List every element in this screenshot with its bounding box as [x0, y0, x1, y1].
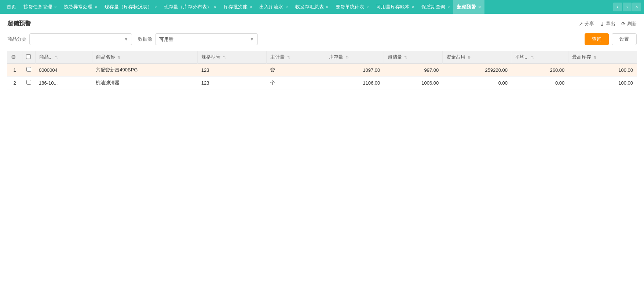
nav-item-expiry[interactable]: 保质期查询 ×	[418, 0, 453, 14]
col-spec[interactable]: 规格型号 ⇅	[198, 51, 267, 64]
cell-max-stock-0: 100.00	[568, 64, 637, 77]
cell-avg-0: 260.00	[511, 64, 568, 77]
nav-close-batch[interactable]: ×	[250, 5, 252, 9]
nav-next-button[interactable]: ›	[623, 3, 632, 11]
datasource-select[interactable]: 可用量	[155, 33, 258, 45]
refresh-button[interactable]: ⟳ 刷新	[621, 21, 637, 27]
cell-spec-0: 123	[198, 64, 267, 77]
sort-icon-product-code: ⇅	[55, 55, 58, 59]
col-product-code[interactable]: 商品... ⇅	[35, 51, 92, 64]
nav-close-stock-status[interactable]: ×	[154, 5, 157, 9]
datasource-filter-group: 数据源 可用量 ▼	[138, 33, 258, 45]
cell-max-stock-1: 100.00	[568, 77, 637, 89]
cell-unit-1: 个	[267, 77, 325, 89]
row-checkbox-1[interactable]	[22, 77, 35, 89]
table-row: 1 0000004 六配套新昌490BPG 123 套 1097.00 997.…	[7, 64, 637, 77]
datasource-select-wrapper: 可用量 ▼	[155, 33, 258, 45]
row-checkbox-0[interactable]	[22, 64, 35, 77]
col-avg[interactable]: 平均... ⇅	[511, 51, 568, 64]
header-actions: ↗ 分享 ⤓ 导出 ⟳ 刷新	[579, 21, 637, 27]
nav-close-overstock[interactable]: ×	[478, 5, 480, 9]
sort-icon-unit: ⇅	[287, 55, 290, 59]
nav-item-inout[interactable]: 出入库流水 ×	[256, 0, 291, 14]
row-num-1: 2	[7, 77, 22, 89]
nav-close-stock-dist[interactable]: ×	[214, 5, 216, 9]
cell-product-code-1: 186-10...	[35, 77, 92, 89]
sort-icon-stock: ⇅	[346, 55, 349, 59]
nav-close-summary[interactable]: ×	[326, 5, 328, 9]
nav-item-home[interactable]: 首页	[3, 0, 20, 14]
cell-product-code-0: 0000004	[35, 64, 92, 77]
cell-capital-1: 0.00	[442, 77, 511, 89]
col-stock[interactable]: 库存量 ⇅	[325, 51, 384, 64]
settings-button[interactable]: 设置	[612, 33, 637, 45]
page-title: 超储预警	[7, 20, 31, 27]
nav-more-button[interactable]: ×	[632, 3, 641, 11]
sort-icon-spec: ⇅	[223, 55, 226, 59]
datasource-label: 数据源	[138, 36, 152, 42]
col-checkbox[interactable]	[22, 51, 35, 64]
page-content: 超储预警 ↗ 分享 ⤓ 导出 ⟳ 刷新 商品分类 ▼	[0, 14, 644, 293]
data-table: ⚙ 商品... ⇅ 商品名称 ⇅ 规格型号 ⇅ 主计量	[7, 51, 637, 89]
col-unit[interactable]: 主计量 ⇅	[267, 51, 325, 64]
nav-item-task[interactable]: 拣货任务管理 ×	[20, 0, 60, 14]
cell-avg-1: 0.00	[511, 77, 568, 89]
nav-prev-button[interactable]: ‹	[613, 3, 622, 11]
sort-icon-over-stock: ⇅	[404, 55, 407, 59]
share-icon: ↗	[579, 21, 583, 27]
nav-arrows: ‹ › ×	[613, 3, 641, 11]
cell-over-stock-0: 997.00	[384, 64, 442, 77]
cell-unit-0: 套	[267, 64, 325, 77]
export-icon: ⤓	[600, 21, 604, 27]
col-capital[interactable]: 资金占用 ⇅	[442, 51, 511, 64]
nav-item-summary[interactable]: 收发存汇总表 ×	[292, 0, 332, 14]
row-num-0: 1	[7, 64, 22, 77]
nav-item-overstock[interactable]: 超储预警 ×	[453, 0, 484, 14]
top-navigation: 首页 拣货任务管理 × 拣货异常处理 × 现存量（库存状况表） × 现存量（库存…	[0, 0, 644, 14]
query-button[interactable]: 查询	[585, 33, 609, 45]
filter-bar: 商品分类 ▼ 数据源 可用量 ▼ 查询 设置	[7, 33, 637, 45]
category-select[interactable]	[29, 33, 132, 45]
category-filter-group: 商品分类 ▼	[7, 33, 132, 45]
nav-close-expiry[interactable]: ×	[447, 5, 450, 9]
category-select-wrapper: ▼	[29, 33, 132, 45]
cell-product-name-0: 六配套新昌490BPG	[92, 64, 197, 77]
category-label: 商品分类	[7, 36, 26, 42]
sort-icon-avg: ⇅	[531, 55, 534, 59]
nav-item-demand[interactable]: 要货单统计表 ×	[332, 0, 372, 14]
sort-icon-product-name: ⇅	[117, 55, 120, 59]
select-all-checkbox[interactable]	[26, 54, 31, 59]
page-header: 超储预警 ↗ 分享 ⤓ 导出 ⟳ 刷新	[7, 20, 637, 27]
nav-item-stock-status[interactable]: 现存量（库存状况表） ×	[101, 0, 160, 14]
nav-close-inout[interactable]: ×	[285, 5, 288, 9]
nav-item-exception[interactable]: 拣货异常处理 ×	[60, 0, 100, 14]
nav-item-batch[interactable]: 库存批次账 ×	[220, 0, 256, 14]
col-product-name[interactable]: 商品名称 ⇅	[92, 51, 197, 64]
refresh-icon: ⟳	[621, 21, 626, 27]
nav-close-task[interactable]: ×	[54, 5, 56, 9]
nav-close-available[interactable]: ×	[412, 5, 414, 9]
cell-over-stock-1: 1006.00	[384, 77, 442, 89]
export-button[interactable]: ⤓ 导出	[600, 21, 615, 27]
nav-item-available[interactable]: 可用量库存账本 ×	[373, 0, 418, 14]
cell-stock-1: 1106.00	[325, 77, 384, 89]
table-header-row: ⚙ 商品... ⇅ 商品名称 ⇅ 规格型号 ⇅ 主计量	[7, 51, 637, 64]
nav-close-exception[interactable]: ×	[95, 5, 97, 9]
table-gear-icon[interactable]: ⚙	[11, 54, 16, 60]
cell-product-name-1: 机油滤清器	[92, 77, 197, 89]
col-over-stock[interactable]: 超储量 ⇅	[384, 51, 442, 64]
cell-stock-0: 1097.00	[325, 64, 384, 77]
sort-icon-max-stock: ⇅	[593, 55, 596, 59]
table-row: 2 186-10... 机油滤清器 123 个 1106.00 1006.00 …	[7, 77, 637, 89]
nav-close-demand[interactable]: ×	[366, 5, 369, 9]
cell-capital-0: 259220.00	[442, 64, 511, 77]
col-settings[interactable]: ⚙	[7, 51, 22, 64]
action-buttons: 查询 设置	[585, 33, 637, 45]
sort-icon-capital: ⇅	[468, 55, 471, 59]
cell-spec-1: 123	[198, 77, 267, 89]
share-button[interactable]: ↗ 分享	[579, 21, 594, 27]
nav-item-stock-dist[interactable]: 现存量（库存分布表） ×	[160, 0, 220, 14]
col-max-stock[interactable]: 最高库存 ⇅	[568, 51, 637, 64]
